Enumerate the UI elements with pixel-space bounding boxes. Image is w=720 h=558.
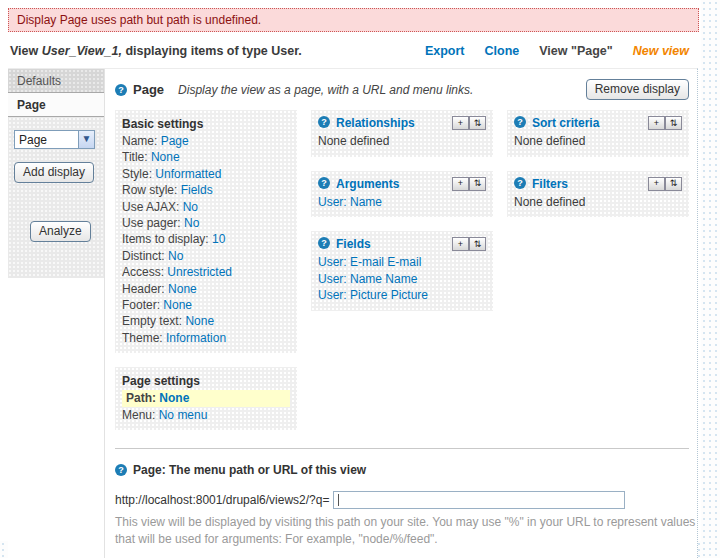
setting-name: Name: Page xyxy=(122,133,290,149)
display-type-select[interactable]: Page ▼ xyxy=(14,130,95,149)
setting-label: Use pager: xyxy=(122,216,181,230)
setting-label: Name: xyxy=(122,134,157,148)
background-pattern-right xyxy=(701,0,720,558)
new-view-link[interactable]: New view xyxy=(633,44,689,58)
relationships-box: ? Relationships + ⇅ None defined xyxy=(311,110,493,157)
view-page-link[interactable]: View "Page" xyxy=(539,44,612,58)
setting-empty-text: Empty text: None xyxy=(122,313,290,329)
filters-empty: None defined xyxy=(514,194,682,211)
setting-label: Footer: xyxy=(122,298,160,312)
setting-distinct: Distinct: No xyxy=(122,248,290,264)
rearrange-icon[interactable]: ⇅ xyxy=(469,177,486,191)
setting-label: Theme: xyxy=(122,331,163,345)
relationships-header: ? Relationships + ⇅ xyxy=(318,116,486,130)
view-title-prefix: View xyxy=(10,44,38,58)
display-sidebar: Defaults Page Page ▼ Add display Analyze xyxy=(8,69,104,278)
setting-value-link[interactable]: Page xyxy=(161,134,189,148)
setting-label: Distinct: xyxy=(122,249,165,263)
add-icon[interactable]: + xyxy=(452,116,469,130)
setting-value-link[interactable]: None xyxy=(168,282,197,296)
help-icon[interactable]: ? xyxy=(318,237,330,249)
path-input[interactable] xyxy=(333,491,625,509)
setting-value-link[interactable]: Unrestricted xyxy=(167,265,232,279)
setting-value-link[interactable]: Fields xyxy=(181,183,213,197)
arguments-header: ? Arguments + ⇅ xyxy=(318,177,486,191)
add-icon[interactable]: + xyxy=(648,177,665,191)
column-right: ? Sort criteria + ⇅ None defined ? xyxy=(507,110,689,444)
sidebar-body: Page ▼ Add display Analyze xyxy=(8,117,104,278)
field-item[interactable]: User: Name Name xyxy=(318,271,486,288)
display-description: Display the view as a page, with a URL a… xyxy=(178,83,473,97)
fields-title[interactable]: Fields xyxy=(336,237,371,251)
path-input-wrap xyxy=(333,491,625,509)
arguments-title[interactable]: Arguments xyxy=(336,177,399,191)
rearrange-icon[interactable]: ⇅ xyxy=(665,116,682,130)
setting-use-pager: Use pager: No xyxy=(122,215,290,231)
arguments-box: ? Arguments + ⇅ User: Name xyxy=(311,171,493,218)
setting-label: Use AJAX: xyxy=(122,200,179,214)
argument-item[interactable]: User: Name xyxy=(318,194,486,211)
field-item[interactable]: User: E-mail E-mail xyxy=(318,254,486,271)
help-icon[interactable]: ? xyxy=(514,177,526,189)
setting-value-link[interactable]: No menu xyxy=(159,408,208,422)
views-admin-page: Display Page uses path but path is undef… xyxy=(0,0,701,558)
tab-page[interactable]: Page xyxy=(8,93,104,117)
relationships-ops: + ⇅ xyxy=(452,116,486,130)
setting-items-to-display: Items to display: 10 xyxy=(122,231,290,247)
setting-value-link[interactable]: No xyxy=(168,249,183,263)
text-cursor xyxy=(338,494,339,506)
fields-header: ? Fields + ⇅ xyxy=(318,237,486,251)
setting-label: Menu: xyxy=(122,408,155,422)
setting-value-link[interactable]: 10 xyxy=(212,232,225,246)
setting-value-link[interactable]: None xyxy=(185,314,214,328)
help-icon[interactable]: ? xyxy=(115,84,127,96)
view-name: User_View_1, xyxy=(42,44,122,58)
remove-display-button[interactable]: Remove display xyxy=(586,79,689,100)
help-icon[interactable]: ? xyxy=(318,177,330,189)
setting-value-link[interactable]: None xyxy=(151,150,180,164)
relationships-title[interactable]: Relationships xyxy=(336,116,415,130)
sort-criteria-title[interactable]: Sort criteria xyxy=(532,116,599,130)
setting-value-link[interactable]: Information xyxy=(166,331,226,345)
display-header: ? Page Display the view as a page, with … xyxy=(115,79,689,100)
field-item[interactable]: User: Picture Picture xyxy=(318,287,486,304)
path-edit-form: ? Page: The menu path or URL of this vie… xyxy=(115,448,689,558)
setting-label: Title: xyxy=(122,150,148,164)
filters-title[interactable]: Filters xyxy=(532,177,568,191)
setting-value-link[interactable]: None xyxy=(163,298,192,312)
relationships-empty: None defined xyxy=(318,133,486,150)
analyze-button[interactable]: Analyze xyxy=(30,221,91,242)
setting-theme: Theme: Information xyxy=(122,330,290,346)
view-action-links: Export Clone View "Page" New view xyxy=(425,44,689,58)
view-title-row: View User_View_1, displaying items of ty… xyxy=(10,44,689,58)
setting-value-link[interactable]: No xyxy=(184,216,199,230)
setting-value-link[interactable]: No xyxy=(183,200,198,214)
setting-label: Row style: xyxy=(122,183,177,197)
rearrange-icon[interactable]: ⇅ xyxy=(469,237,486,251)
clone-link[interactable]: Clone xyxy=(485,44,520,58)
rearrange-icon[interactable]: ⇅ xyxy=(665,177,682,191)
help-icon[interactable]: ? xyxy=(115,464,127,476)
setting-label: Style: xyxy=(122,167,152,181)
setting-title: Title: None xyxy=(122,149,290,165)
display-title: Page xyxy=(133,82,164,97)
setting-label: Header: xyxy=(122,282,165,296)
fields-box: ? Fields + ⇅ User: E-mail E-mail User: N… xyxy=(311,231,493,311)
setting-value-link[interactable]: Unformatted xyxy=(155,167,221,181)
setting-value-link[interactable]: None xyxy=(159,391,189,405)
url-prefix-label: http://localhost:8001/drupal6/views2/?q= xyxy=(115,493,329,507)
add-icon[interactable]: + xyxy=(452,177,469,191)
add-icon[interactable]: + xyxy=(452,237,469,251)
help-icon[interactable]: ? xyxy=(318,116,330,128)
add-icon[interactable]: + xyxy=(648,116,665,130)
views-ui-container: Defaults Page Page ▼ Add display Analyze… xyxy=(8,68,698,558)
column-settings: Basic settings Name: Page Title: None St… xyxy=(115,110,297,444)
help-icon[interactable]: ? xyxy=(514,116,526,128)
export-link[interactable]: Export xyxy=(425,44,465,58)
rearrange-icon[interactable]: ⇅ xyxy=(469,116,486,130)
setting-use-ajax: Use AJAX: No xyxy=(122,199,290,215)
tab-defaults[interactable]: Defaults xyxy=(8,69,104,93)
path-form-description: This view will be displayed by visiting … xyxy=(115,514,707,547)
add-display-button[interactable]: Add display xyxy=(14,162,94,183)
setting-label: Access: xyxy=(122,265,164,279)
